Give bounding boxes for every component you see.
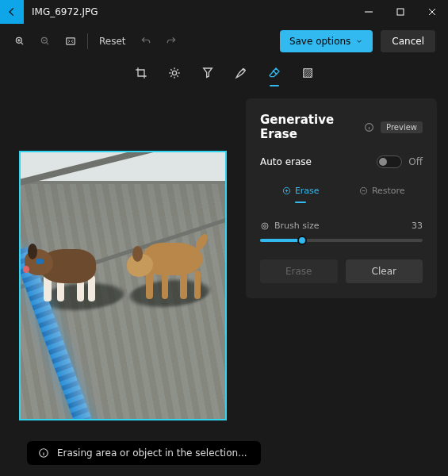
image-canvas[interactable] [19,151,227,420]
svg-point-4 [172,71,176,75]
toolbar-separator [87,33,88,49]
brush-size-value: 33 [412,221,423,231]
brush-size-label: Brush size [274,221,320,231]
background-icon[interactable] [298,63,317,83]
redo-icon[interactable] [159,30,183,52]
zoom-in-icon[interactable] [8,30,32,52]
chevron-down-icon [355,37,363,45]
slider-thumb[interactable] [297,236,307,245]
generative-erase-panel: Generative Erase Preview Auto erase Off … [246,98,437,298]
erase-restore-tabs: Erase Restore [260,179,423,202]
save-options-button[interactable]: Save options [280,30,373,52]
svg-rect-3 [67,38,75,44]
svg-rect-0 [397,9,404,15]
toolbar-right: Save options Cancel [280,30,440,52]
tab-erase[interactable]: Erase [260,179,342,202]
crop-icon[interactable] [132,63,151,83]
fit-screen-icon[interactable] [59,30,82,52]
panel-action-buttons: Erase Clear [260,259,423,283]
auto-erase-toggle[interactable] [377,155,402,168]
auto-erase-row: Auto erase Off [260,155,423,168]
tab-erase-label: Erase [295,186,320,196]
brush-size-slider[interactable] [260,239,423,242]
window-title: IMG_6972.JPG [24,6,353,17]
edit-mode-bar [0,59,448,87]
tab-restore[interactable]: Restore [342,179,423,202]
brush-size-label-group: Brush size [260,221,320,231]
svg-point-9 [264,225,266,227]
close-button[interactable] [416,0,448,24]
auto-erase-state: Off [408,156,423,167]
reset-button[interactable]: Reset [93,30,132,52]
slider-fill [260,239,302,242]
add-circle-icon [282,186,291,195]
status-toast: Erasing area or object in the selection.… [27,441,261,465]
main-toolbar: Reset Save options Cancel [0,24,448,59]
image-content [21,152,225,419]
auto-erase-label: Auto erase [260,156,312,167]
cancel-button[interactable]: Cancel [381,30,435,52]
workspace: Generative Erase Preview Auto erase Off … [0,87,448,476]
canvas-area [0,87,246,476]
preview-badge: Preview [381,121,423,133]
svg-point-8 [262,223,268,229]
info-icon[interactable] [364,122,374,132]
zoom-out-icon[interactable] [33,30,57,52]
toast-message: Erasing area or object in the selection.… [57,447,247,459]
minimize-button[interactable] [353,0,385,24]
panel-header: Generative Erase Preview [260,113,423,141]
auto-erase-toggle-group: Off [377,155,423,168]
titlebar: IMG_6972.JPG [0,0,448,24]
brush-size-row: Brush size 33 [260,221,423,231]
erase-button: Erase [260,259,338,283]
window-controls [353,0,448,24]
adjust-icon[interactable] [165,63,184,83]
panel-title: Generative Erase [260,113,358,141]
remove-circle-icon [359,186,368,195]
info-icon [38,447,49,459]
clear-button[interactable]: Clear [346,259,423,283]
filter-icon[interactable] [198,63,217,83]
tab-restore-label: Restore [372,186,405,196]
erase-tool-icon[interactable] [265,63,284,83]
back-button[interactable] [0,0,24,24]
save-options-label: Save options [289,36,350,47]
target-icon [260,221,270,231]
maximize-button[interactable] [385,0,416,24]
markup-icon[interactable] [232,63,251,83]
undo-icon[interactable] [134,30,158,52]
